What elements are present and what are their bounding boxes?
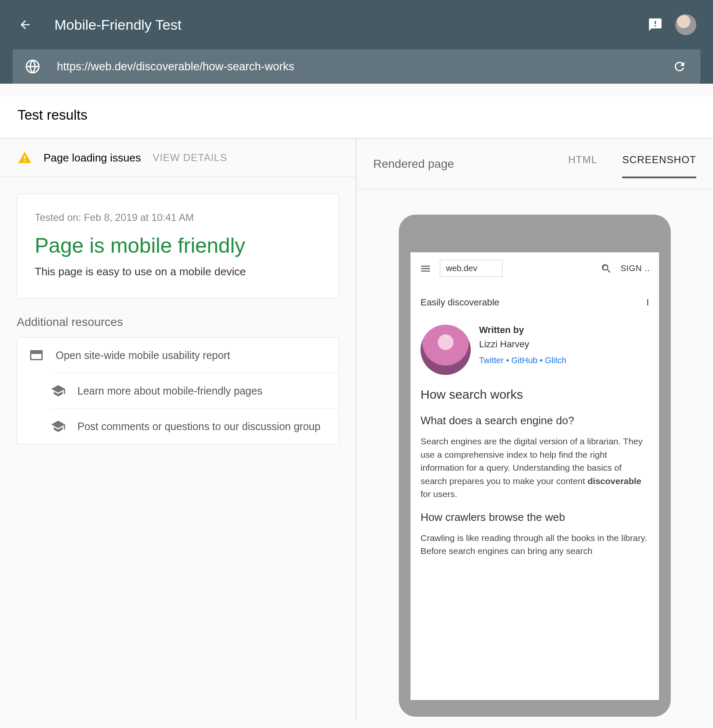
back-button[interactable]	[17, 16, 33, 33]
resource-label: Learn more about mobile-friendly pages	[77, 385, 262, 397]
article-h2: How crawlers browse the web	[421, 511, 649, 524]
section-title: Test results	[18, 107, 695, 123]
written-by-label: Written by	[479, 325, 567, 336]
arrow-left-icon	[18, 18, 32, 31]
resources-title: Additional resources	[17, 315, 339, 329]
feedback-icon[interactable]	[648, 17, 663, 32]
right-header: Rendered page HTML SCREENSHOT	[356, 139, 713, 190]
tab-screenshot[interactable]: SCREENSHOT	[622, 151, 696, 177]
right-panel: Rendered page HTML SCREENSHOT web.dev SI…	[356, 139, 713, 720]
search-icon	[600, 263, 612, 274]
rendered-title: Rendered page	[373, 157, 568, 171]
author-links: Twitter • GitHub • Glitch	[479, 356, 567, 365]
tested-on: Tested on: Feb 8, 2019 at 10:41 AM	[35, 212, 321, 223]
issues-label: Page loading issues	[44, 151, 141, 164]
issues-row: Page loading issues VIEW DETAILS	[0, 139, 356, 177]
article-title: How search works	[421, 387, 649, 402]
menu-icon	[420, 263, 431, 274]
app-title: Mobile-Friendly Test	[54, 17, 648, 33]
user-avatar[interactable]	[675, 14, 696, 35]
info-mark: I	[646, 297, 649, 308]
school-icon	[51, 419, 66, 434]
svg-rect-5	[31, 351, 42, 354]
section-title-bar: Test results	[0, 96, 713, 139]
sign-in-link: SIGN …	[621, 264, 650, 273]
left-panel: Page loading issues VIEW DETAILS Tested …	[0, 139, 356, 720]
url-bar[interactable]: https://web.dev/discoverable/how-search-…	[13, 49, 700, 84]
resource-label: Post comments or questions to our discus…	[77, 420, 321, 433]
view-details-button[interactable]: VIEW DETAILS	[153, 152, 227, 164]
svg-rect-4	[24, 160, 26, 161]
app-header: Mobile-Friendly Test https://web.dev/dis…	[0, 0, 713, 84]
breadcrumb: Easily discoverable	[421, 297, 499, 308]
article-paragraph: Search engines are the digital version o…	[421, 435, 649, 501]
tab-html[interactable]: HTML	[568, 151, 597, 177]
rendered-screenshot: web.dev SIGN … Easily discoverable I	[410, 252, 659, 700]
article-h2: What does a search engine do?	[421, 414, 649, 427]
author-avatar	[421, 325, 471, 375]
svg-rect-3	[24, 156, 26, 159]
resource-item-report[interactable]: Open site-wide mobile usability report	[17, 338, 339, 373]
resource-item-learn[interactable]: Learn more about mobile-friendly pages	[51, 373, 339, 408]
school-icon	[51, 383, 66, 398]
article-paragraph: Crawling is like reading through all the…	[421, 531, 649, 558]
url-text: https://web.dev/discoverable/how-search-…	[57, 60, 671, 73]
result-card: Tested on: Feb 8, 2019 at 10:41 AM Page …	[17, 194, 339, 299]
web-icon	[29, 348, 44, 363]
result-headline: Page is mobile friendly	[35, 233, 321, 258]
resources-card: Open site-wide mobile usability report L…	[17, 337, 339, 444]
site-name: web.dev	[440, 260, 503, 277]
phone-frame: web.dev SIGN … Easily discoverable I	[399, 215, 671, 717]
tabs: HTML SCREENSHOT	[568, 151, 696, 177]
refresh-button[interactable]	[671, 58, 688, 75]
result-subtitle: This page is easy to use on a mobile dev…	[35, 265, 321, 278]
author-name: Lizzi Harvey	[479, 339, 567, 350]
globe-icon	[25, 59, 40, 74]
svg-rect-0	[655, 21, 656, 24]
resource-item-discuss[interactable]: Post comments or questions to our discus…	[51, 408, 339, 444]
warning-icon	[18, 151, 32, 165]
svg-rect-1	[655, 26, 656, 27]
refresh-icon	[672, 59, 687, 74]
resource-label: Open site-wide mobile usability report	[56, 349, 230, 361]
